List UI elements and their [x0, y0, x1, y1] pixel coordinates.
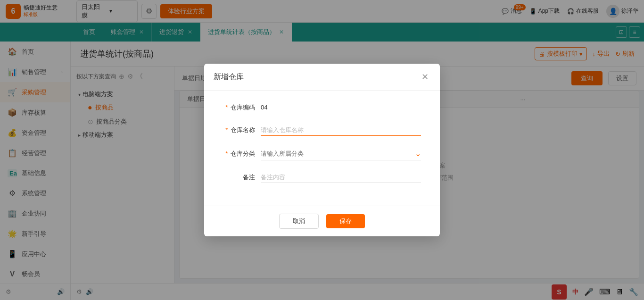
name-input[interactable]: [261, 125, 421, 136]
modal-overlay: 新增仓库 ✕ * 仓库编码 * 仓库名称: [0, 0, 644, 300]
dialog-body: * 仓库编码 * 仓库名称 * 仓库分类: [204, 91, 440, 206]
name-required: *: [225, 126, 228, 133]
category-label: * 仓库分类: [223, 150, 261, 158]
dialog-close-button[interactable]: ✕: [419, 71, 430, 83]
category-select[interactable]: ⌄: [261, 147, 421, 160]
category-required: *: [225, 150, 228, 157]
code-input[interactable]: [261, 102, 421, 113]
dialog-footer: 取消 保存: [204, 206, 440, 236]
dialog-header: 新增仓库 ✕: [204, 64, 440, 91]
category-arrow-icon: ⌄: [415, 149, 421, 158]
remark-label: 备注: [223, 173, 261, 182]
cancel-button[interactable]: 取消: [279, 214, 319, 229]
dialog-title: 新增仓库: [214, 72, 244, 82]
name-field-row: * 仓库名称: [223, 125, 421, 136]
save-button[interactable]: 保存: [326, 214, 365, 228]
code-label: * 仓库编码: [223, 103, 261, 112]
category-input[interactable]: [261, 150, 415, 157]
category-field-row: * 仓库分类 ⌄: [223, 147, 421, 160]
new-warehouse-dialog: 新增仓库 ✕ * 仓库编码 * 仓库名称: [204, 64, 440, 236]
name-label: * 仓库名称: [223, 126, 261, 134]
code-field-row: * 仓库编码: [223, 102, 421, 113]
remark-field-row: 备注: [223, 172, 421, 183]
remark-input[interactable]: [261, 172, 421, 183]
code-required: *: [225, 104, 228, 111]
